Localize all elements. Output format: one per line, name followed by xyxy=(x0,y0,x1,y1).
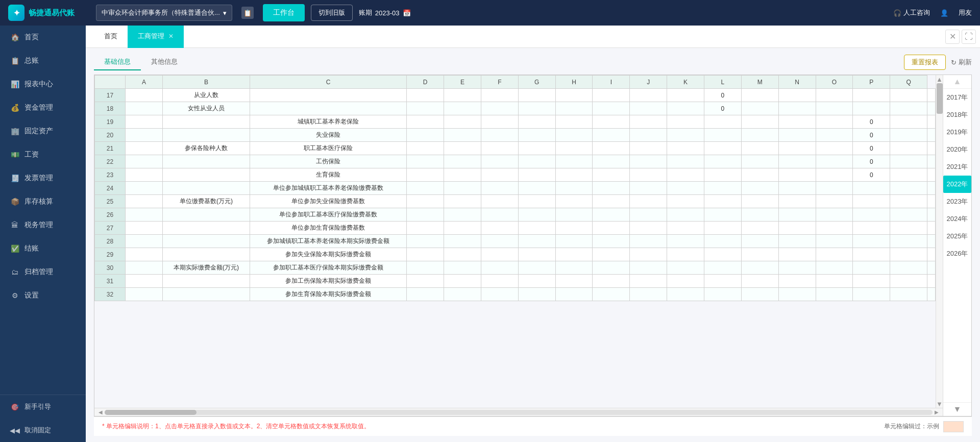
window-close-button[interactable]: ✕ xyxy=(945,30,960,44)
table-cell[interactable] xyxy=(126,248,163,261)
table-cell[interactable] xyxy=(481,155,518,168)
table-cell[interactable] xyxy=(741,102,778,115)
table-cell[interactable] xyxy=(704,261,741,275)
table-cell[interactable] xyxy=(162,275,250,288)
sidebar-item-settle[interactable]: ✅结账 xyxy=(0,237,86,260)
table-cell[interactable]: 本期实际缴费金额(万元) xyxy=(162,261,250,275)
table-cell[interactable] xyxy=(816,195,853,208)
table-cell[interactable] xyxy=(444,89,481,102)
table-cell[interactable] xyxy=(890,142,927,155)
table-cell[interactable]: 0 xyxy=(853,168,890,182)
table-cell[interactable] xyxy=(927,248,936,261)
table-cell[interactable] xyxy=(250,102,407,115)
table-cell[interactable] xyxy=(162,129,250,142)
table-cell[interactable]: 工伤保险 xyxy=(250,155,407,168)
table-cell[interactable] xyxy=(518,155,555,168)
table-cell[interactable] xyxy=(481,235,518,248)
table-cell[interactable] xyxy=(667,182,704,195)
table-cell[interactable] xyxy=(593,248,630,261)
table-cell[interactable] xyxy=(816,182,853,195)
table-cell[interactable] xyxy=(741,142,778,155)
sidebar-item-inventory[interactable]: 📦库存核算 xyxy=(0,190,86,213)
table-cell[interactable] xyxy=(407,222,444,235)
table-cell[interactable] xyxy=(667,222,704,235)
table-cell[interactable] xyxy=(778,129,816,142)
table-cell[interactable] xyxy=(518,195,555,208)
table-cell[interactable] xyxy=(704,248,741,261)
table-cell[interactable] xyxy=(927,115,936,129)
sub-tab-basic[interactable]: 基础信息 xyxy=(94,54,141,70)
table-cell[interactable] xyxy=(126,115,163,129)
table-cell[interactable] xyxy=(741,195,778,208)
year-item-2024年[interactable]: 2024年 xyxy=(943,210,971,228)
table-cell[interactable] xyxy=(444,155,481,168)
table-cell[interactable] xyxy=(407,155,444,168)
table-cell[interactable] xyxy=(555,168,593,182)
table-cell[interactable]: 单位参加职工基本医疗保险缴费基数 xyxy=(250,208,407,222)
sidebar-item-assets[interactable]: 🏢固定资产 xyxy=(0,119,86,143)
table-cell[interactable] xyxy=(518,248,555,261)
table-cell[interactable] xyxy=(407,129,444,142)
table-cell[interactable] xyxy=(518,222,555,235)
table-cell[interactable] xyxy=(126,129,163,142)
scroll-thumb[interactable] xyxy=(937,83,943,114)
table-cell[interactable] xyxy=(444,288,481,301)
table-cell[interactable] xyxy=(555,235,593,248)
table-cell[interactable]: 0 xyxy=(704,102,741,115)
table-cell[interactable] xyxy=(481,89,518,102)
table-cell[interactable] xyxy=(481,168,518,182)
table-cell[interactable] xyxy=(778,182,816,195)
table-cell[interactable] xyxy=(162,222,250,235)
table-cell[interactable] xyxy=(741,222,778,235)
table-cell[interactable] xyxy=(741,89,778,102)
table-cell[interactable] xyxy=(481,195,518,208)
table-cell[interactable] xyxy=(444,102,481,115)
table-cell[interactable] xyxy=(778,235,816,248)
sub-tab-other[interactable]: 其他信息 xyxy=(141,54,188,70)
table-cell[interactable] xyxy=(778,195,816,208)
table-cell[interactable] xyxy=(816,208,853,222)
sidebar-item-settings[interactable]: ⚙设置 xyxy=(0,284,86,307)
table-cell[interactable] xyxy=(630,129,667,142)
table-cell[interactable]: 参加职工基本医疗保险本期实际缴费金额 xyxy=(250,261,407,275)
table-cell[interactable] xyxy=(704,235,741,248)
table-cell[interactable] xyxy=(853,182,890,195)
table-cell[interactable] xyxy=(778,248,816,261)
table-cell[interactable] xyxy=(444,168,481,182)
table-cell[interactable] xyxy=(667,89,704,102)
table-cell[interactable] xyxy=(853,235,890,248)
table-cell[interactable] xyxy=(927,168,936,182)
year-item-2025年[interactable]: 2025年 xyxy=(943,228,971,245)
table-cell[interactable] xyxy=(704,275,741,288)
table-cell[interactable] xyxy=(407,275,444,288)
table-cell[interactable] xyxy=(593,115,630,129)
window-expand-button[interactable]: ⛶ xyxy=(962,30,976,44)
table-cell[interactable] xyxy=(555,208,593,222)
table-cell[interactable] xyxy=(518,288,555,301)
table-cell[interactable] xyxy=(741,168,778,182)
table-cell[interactable]: 0 xyxy=(853,129,890,142)
scroll-up-btn[interactable]: ▲ xyxy=(936,75,943,83)
table-cell[interactable] xyxy=(555,89,593,102)
table-cell[interactable] xyxy=(890,182,927,195)
table-cell[interactable] xyxy=(630,235,667,248)
table-cell[interactable] xyxy=(816,142,853,155)
sidebar-item-reports[interactable]: 📊报表中心 xyxy=(0,72,86,96)
year-down-icon[interactable]: ▼ xyxy=(953,405,962,414)
table-cell[interactable] xyxy=(741,115,778,129)
table-cell[interactable]: 单位参加失业保险缴费基数 xyxy=(250,195,407,208)
table-cell[interactable] xyxy=(407,89,444,102)
table-cell[interactable] xyxy=(741,288,778,301)
table-cell[interactable]: 参加工伤保险本期实际缴费金额 xyxy=(250,275,407,288)
table-cell[interactable] xyxy=(162,248,250,261)
table-cell[interactable]: 单位缴费基数(万元) xyxy=(162,195,250,208)
table-cell[interactable] xyxy=(667,115,704,129)
table-cell[interactable] xyxy=(667,195,704,208)
table-cell[interactable] xyxy=(816,222,853,235)
sidebar-item-invoice[interactable]: 🧾发票管理 xyxy=(0,166,86,190)
table-cell[interactable] xyxy=(407,115,444,129)
table-cell[interactable] xyxy=(407,235,444,248)
table-cell[interactable]: 从业人数 xyxy=(162,89,250,102)
table-cell[interactable] xyxy=(890,129,927,142)
table-cell[interactable] xyxy=(630,182,667,195)
